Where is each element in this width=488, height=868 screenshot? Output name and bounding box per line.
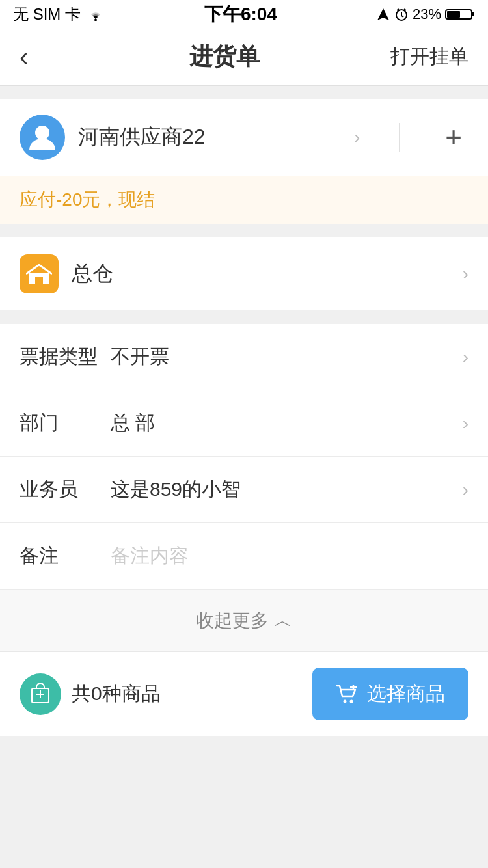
vertical-divider [399, 123, 400, 152]
svg-point-0 [94, 19, 97, 21]
back-button[interactable]: ‹ [20, 42, 59, 72]
department-label: 部门 [20, 410, 111, 437]
form-section: 票据类型 不开票 › 部门 总 部 › 业务员 这是859的小智 › 备注 备注… [0, 324, 488, 651]
remark-row[interactable]: 备注 备注内容 [0, 523, 488, 590]
svg-rect-8 [472, 12, 474, 16]
svg-point-9 [35, 126, 49, 140]
salesperson-chevron-icon: › [463, 480, 468, 500]
select-product-button[interactable]: 选择商品 [312, 668, 468, 720]
svg-point-15 [344, 699, 347, 703]
battery-percent: 23% [413, 6, 441, 23]
invoice-type-row[interactable]: 票据类型 不开票 › [0, 324, 488, 390]
product-icon-wrap [20, 673, 61, 715]
warehouse-chevron-icon: › [463, 264, 468, 284]
open-pending-button[interactable]: 打开挂单 [390, 44, 468, 70]
remark-label: 备注 [20, 543, 111, 569]
section-divider-3 [0, 311, 488, 324]
svg-line-3 [401, 16, 403, 17]
status-time: 下午6:04 [204, 2, 277, 27]
salesperson-value: 这是859的小智 [111, 476, 463, 503]
product-count-text: 共0种商品 [72, 681, 161, 707]
supplier-avatar [20, 115, 65, 160]
nav-bar: ‹ 进货单 打开挂单 [0, 29, 488, 86]
salesperson-row[interactable]: 业务员 这是859的小智 › [0, 457, 488, 523]
product-icon [28, 682, 53, 707]
svg-rect-7 [447, 11, 460, 18]
plus-icon: + [439, 121, 468, 154]
supplier-row[interactable]: 河南供应商22 › [0, 99, 379, 176]
section-divider-1 [0, 86, 488, 99]
status-bar: 无 SIM 卡 下午6:04 23% [0, 0, 488, 29]
warehouse-icon [26, 262, 52, 286]
department-value: 总 部 [111, 410, 463, 437]
section-divider-2 [0, 224, 488, 237]
warehouse-row[interactable]: 总仓 › [0, 237, 488, 311]
invoice-type-label: 票据类型 [20, 344, 111, 370]
department-chevron-icon: › [463, 413, 468, 434]
collapse-button[interactable]: 收起更多 ︿ [0, 590, 488, 651]
warehouse-section: 总仓 › [0, 237, 488, 311]
remark-input[interactable]: 备注内容 [111, 543, 468, 569]
collapse-text: 收起更多 ︿ [196, 608, 292, 633]
supplier-section: 河南供应商22 › + 应付-20元，现结 [0, 99, 488, 224]
select-product-label: 选择商品 [367, 681, 445, 707]
product-count-wrap: 共0种商品 [20, 673, 161, 715]
add-supplier-button[interactable]: + [419, 99, 488, 176]
department-row[interactable]: 部门 总 部 › [0, 390, 488, 457]
bottom-fill [0, 736, 488, 868]
alarm-icon [394, 7, 409, 21]
wifi-icon [86, 7, 105, 21]
salesperson-label: 业务员 [20, 476, 111, 503]
cart-icon [336, 685, 359, 704]
warehouse-name: 总仓 [72, 260, 463, 288]
alert-row: 应付-20元，现结 [0, 176, 488, 224]
status-left: 无 SIM 卡 [13, 4, 105, 25]
svg-rect-11 [35, 277, 43, 284]
product-bar: 共0种商品 选择商品 [0, 651, 488, 736]
invoice-type-chevron-icon: › [463, 347, 468, 368]
alert-text: 应付-20元，现结 [20, 189, 155, 210]
page-title: 进货单 [189, 41, 260, 73]
invoice-type-value: 不开票 [111, 344, 463, 370]
svg-point-16 [350, 699, 353, 703]
location-icon [376, 7, 390, 21]
signal-text: 无 SIM 卡 [13, 4, 81, 25]
status-right: 23% [376, 6, 475, 23]
supplier-name: 河南供应商22 [78, 123, 354, 152]
battery-icon [445, 7, 475, 21]
supplier-chevron-icon: › [354, 127, 360, 148]
person-icon [26, 121, 59, 154]
warehouse-icon-wrap [20, 254, 59, 293]
